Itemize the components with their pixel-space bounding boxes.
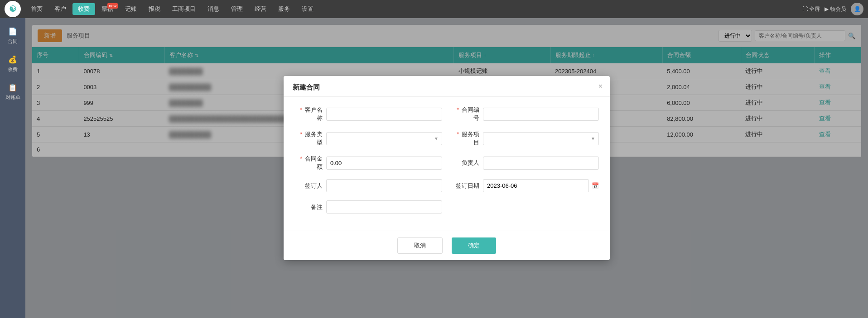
sidebar-label-reconciliation: 对账单 <box>5 94 20 101</box>
form-row-3: * 合同金额 0.00 负责人 <box>294 155 599 171</box>
nav-menu: 首页 客户 收费 票据 new 记账 报税 工商项目 消息 管理 经营 服务 设… <box>25 3 802 15</box>
form-group-sign-date: 签订日期 2023-06-06 📅 <box>451 179 599 192</box>
member-label: 畅会员 <box>830 5 846 13</box>
nav-accounting[interactable]: 记账 <box>120 3 142 15</box>
member-button[interactable]: ▶ 畅会员 <box>825 5 846 13</box>
dialog-close-button[interactable]: × <box>598 82 603 90</box>
nav-message[interactable]: 消息 <box>202 3 225 15</box>
reconciliation-icon: 📋 <box>8 82 18 92</box>
dialog-title: 新建合同 <box>293 83 320 91</box>
new-contract-dialog: 新建合同 × * 客户名称 <box>284 76 610 260</box>
contract-icon: 📄 <box>8 26 18 36</box>
remark-label: 备注 <box>294 203 326 211</box>
form-row-4: 签订人 签订日期 2023-06-06 📅 <box>294 179 599 192</box>
remark-input[interactable] <box>326 200 442 214</box>
form-row-2: * 服务类型 ▼ * 服务项目 <box>294 130 599 147</box>
user-avatar[interactable]: 👤 <box>851 3 863 15</box>
fullscreen-label: 全屏 <box>809 5 820 13</box>
nav-business[interactable]: 工商项目 <box>167 3 201 15</box>
sidebar: 📄 合同 💰 收费 📋 对账单 <box>0 18 25 318</box>
customer-name-input[interactable] <box>326 108 442 121</box>
form-row-5: 备注 <box>294 200 599 214</box>
fullscreen-icon: ⛶ <box>802 6 808 12</box>
contract-no-label: * 合同编号 <box>451 106 483 122</box>
dialog-overlay: 新建合同 × * 客户名称 <box>25 18 868 318</box>
contract-no-input[interactable] <box>483 108 599 121</box>
billing-icon: 💰 <box>8 54 18 64</box>
nav-ticket[interactable]: 票据 new <box>96 3 119 15</box>
sidebar-item-contract[interactable]: 📄 合同 <box>1 23 24 48</box>
sidebar-label-contract: 合同 <box>8 38 18 45</box>
service-type-select[interactable] <box>326 132 442 145</box>
avatar-icon: 👤 <box>854 6 861 12</box>
nav-manage[interactable]: 管理 <box>226 3 248 15</box>
responsible-label: 负责人 <box>451 159 483 167</box>
form-row-1: * 客户名称 * 合同编号 <box>294 106 599 122</box>
nav-customer[interactable]: 客户 <box>49 3 72 15</box>
contract-amount-label: * 合同金额 <box>294 155 326 171</box>
responsible-input[interactable] <box>483 157 599 170</box>
content-area: 新增 服务项目 进行中 已完成 已终止 🔍 <box>25 18 868 318</box>
form-group-signer: 签订人 <box>294 179 442 192</box>
calendar-icon[interactable]: 📅 <box>592 182 599 189</box>
service-item-select-wrapper: ▼ <box>483 132 599 145</box>
sign-date-label: 签订日期 <box>451 182 483 190</box>
sign-date-input[interactable]: 2023-06-06 <box>483 179 589 192</box>
new-badge: new <box>107 3 118 9</box>
app-logo: ☯ <box>5 1 21 17</box>
sidebar-item-billing[interactable]: 💰 收费 <box>1 51 24 76</box>
cancel-button[interactable]: 取消 <box>397 237 443 254</box>
nav-operation[interactable]: 经营 <box>249 3 272 15</box>
logo-icon: ☯ <box>9 4 16 14</box>
dialog-header: 新建合同 × <box>284 76 610 97</box>
service-type-label: * 服务类型 <box>294 130 326 147</box>
form-group-service-type: * 服务类型 ▼ <box>294 130 442 147</box>
service-item-label: * 服务项目 <box>451 130 483 147</box>
contract-amount-input[interactable]: 0.00 <box>326 157 442 170</box>
nav-right-actions: ⛶ 全屏 ▶ 畅会员 👤 <box>802 3 863 15</box>
form-group-contract-no: * 合同编号 <box>451 106 599 122</box>
sidebar-item-reconciliation[interactable]: 📋 对账单 <box>1 79 24 104</box>
nav-billing[interactable]: 收费 <box>72 3 95 15</box>
main-layout: 📄 合同 💰 收费 📋 对账单 新增 服务项目 进行中 已完成 已终止 <box>0 18 868 318</box>
confirm-button[interactable]: 确定 <box>452 237 496 254</box>
form-group-customer: * 客户名称 <box>294 106 442 122</box>
play-icon: ▶ <box>825 6 829 12</box>
nav-settings[interactable]: 设置 <box>296 3 319 15</box>
signer-input[interactable] <box>326 179 442 192</box>
form-group-amount: * 合同金额 0.00 <box>294 155 442 171</box>
service-type-select-wrapper: ▼ <box>326 132 442 145</box>
nav-service[interactable]: 服务 <box>273 3 295 15</box>
sidebar-label-billing: 收费 <box>8 66 18 73</box>
form-group-service-item: * 服务项目 ▼ <box>451 130 599 147</box>
fullscreen-button[interactable]: ⛶ 全屏 <box>802 5 820 13</box>
signer-label: 签订人 <box>294 182 326 190</box>
service-item-select[interactable] <box>483 132 599 145</box>
nav-tax[interactable]: 报税 <box>143 3 166 15</box>
form-group-responsible: 负责人 <box>451 155 599 171</box>
dialog-body: * 客户名称 * 合同编号 <box>284 97 610 231</box>
nav-home[interactable]: 首页 <box>25 3 48 15</box>
form-group-remark: 备注 <box>294 200 442 214</box>
dialog-footer: 取消 确定 <box>284 231 610 260</box>
top-navigation: ☯ 首页 客户 收费 票据 new 记账 报税 工商项目 消息 管理 经营 服务… <box>0 0 868 18</box>
customer-name-label: * 客户名称 <box>294 106 326 122</box>
